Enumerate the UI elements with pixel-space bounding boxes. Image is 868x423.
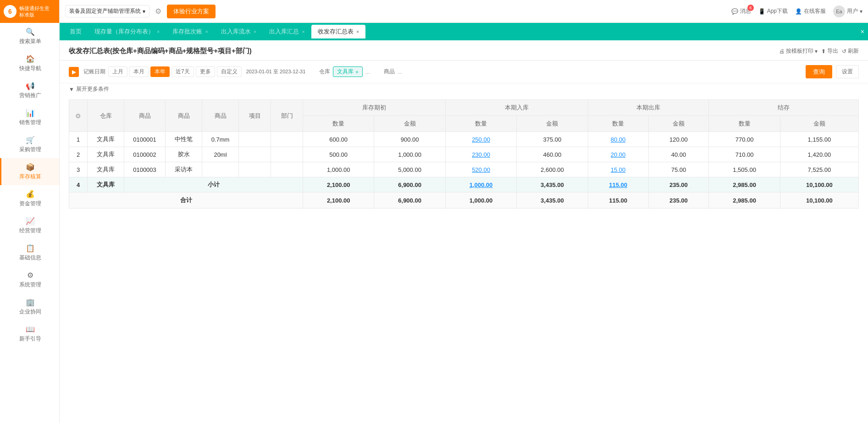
- tabbar-close-button[interactable]: ×: [861, 28, 864, 35]
- total-in-amount: 3,435.00: [517, 192, 588, 209]
- topbar: 装备及固定资产辅助管理系统 ▾ ⚙ 体验行业方案 💬 消息 6 📱 App下载 …: [60, 0, 868, 23]
- tab-batch[interactable]: 库存批次账×: [166, 25, 214, 38]
- sidebar-item-enterprise[interactable]: 🏢 企业协同: [0, 293, 59, 320]
- sidebar-item-guide[interactable]: 📖 新手引导: [0, 320, 59, 347]
- cell-opening-amount: 1,000.00: [374, 147, 445, 162]
- system-icon: ⚙: [27, 271, 33, 280]
- sidebar-item-purchase[interactable]: 🛒 采购管理: [0, 131, 59, 158]
- refresh-icon: ↺: [842, 48, 846, 55]
- tab-label: 收发存汇总表: [318, 27, 354, 36]
- th-settings[interactable]: ⚙: [69, 100, 88, 132]
- tab-close-collect-summary[interactable]: ×: [356, 29, 359, 34]
- subtotal-opening-qty: 2,100.00: [303, 177, 374, 192]
- sidebar-item-finance[interactable]: 💰 资金管理: [0, 185, 59, 212]
- experience-button[interactable]: 体验行业方案: [167, 5, 216, 18]
- date-btn-本年[interactable]: 本年: [150, 66, 170, 77]
- sidebar-item-search[interactable]: 🔍 搜索菜单: [0, 23, 59, 50]
- th-in-qty: 数量: [445, 116, 516, 132]
- tab-close-inout-summary[interactable]: ×: [302, 29, 304, 34]
- online-service-button[interactable]: 👤 在线客服: [795, 7, 826, 15]
- sidebar-item-label: 销售管理: [19, 119, 41, 126]
- tab-close-inventory-dist[interactable]: ×: [157, 29, 160, 34]
- print-button[interactable]: 🖨 按模板打印 ▾: [779, 47, 818, 55]
- page-header: 收发存汇总表(按仓库+商品编码+商品+规格型号+项目+部门) 🖨 按模板打印 ▾…: [60, 40, 868, 60]
- tab-close-inout-flow[interactable]: ×: [254, 29, 256, 34]
- filter-toggle-button[interactable]: ▶: [69, 67, 79, 77]
- tab-home[interactable]: 首页: [63, 25, 88, 38]
- sidebar-item-label: 新手引导: [19, 335, 41, 343]
- date-btn-上月[interactable]: 上月: [108, 66, 127, 77]
- cell-spec: 0.7mm: [202, 132, 239, 147]
- guide-icon: 📖: [26, 325, 35, 334]
- table-wrapper: ⚙ 仓库 商品 商品 商品 项目 部门 库存期初 本期入库 本期出库 结存: [60, 95, 868, 209]
- cell-out-qty[interactable]: 15.00: [588, 162, 648, 177]
- warehouse-tag-close[interactable]: ×: [355, 69, 358, 75]
- th-balance-amount: 金额: [780, 116, 858, 132]
- cell-opening-qty: 1,000.00: [303, 162, 374, 177]
- cell-in-qty[interactable]: 230.00: [445, 147, 516, 162]
- sidebar-item-system[interactable]: ⚙ 系统管理: [0, 266, 59, 293]
- sidebar-item-label: 快捷导航: [19, 65, 41, 72]
- query-button[interactable]: 查询: [806, 65, 832, 78]
- message-button[interactable]: 💬 消息 6: [731, 7, 751, 15]
- total-opening-amount: 6,900.00: [374, 192, 445, 209]
- sidebar-item-sales[interactable]: 📊 销售管理: [0, 104, 59, 131]
- tab-label: 库存批次账: [172, 27, 202, 36]
- system-selector[interactable]: 装备及固定资产辅助管理系统 ▾: [65, 5, 149, 17]
- expand-more-button[interactable]: ▼ 展开更多条件: [69, 83, 859, 95]
- search-icon: 🔍: [26, 27, 35, 36]
- cell-in-qty[interactable]: 520.00: [445, 162, 516, 177]
- sidebar-item-marketing[interactable]: 📢 营销推广: [0, 77, 59, 104]
- expand-icon: ▼: [69, 86, 74, 93]
- cell-spec: 20ml: [202, 147, 239, 162]
- tab-collect-summary[interactable]: 收发存汇总表×: [311, 25, 365, 38]
- th-opening-amount: 金额: [374, 116, 445, 132]
- date-buttons: 上月本月本年近7天更多自定义: [108, 66, 242, 77]
- cell-opening-qty: 500.00: [303, 147, 374, 162]
- app-download-button[interactable]: 📱 App下载: [758, 7, 788, 15]
- sidebar-item-label: 营销推广: [19, 92, 41, 99]
- tab-inout-summary[interactable]: 出入库汇总×: [263, 25, 311, 38]
- main-area: 装备及固定资产辅助管理系统 ▾ ⚙ 体验行业方案 💬 消息 6 📱 App下载 …: [60, 0, 868, 423]
- cell-name: 中性笔: [166, 132, 202, 147]
- cell-out-qty[interactable]: 20.00: [588, 147, 648, 162]
- user-menu-button[interactable]: Ea 用户 ▾: [833, 5, 862, 17]
- tab-label: 首页: [70, 27, 82, 36]
- th-opening-qty: 数量: [303, 116, 374, 132]
- sidebar-item-label: 资金管理: [19, 200, 41, 208]
- sidebar-item-operation[interactable]: 📈 经营管理: [0, 212, 59, 239]
- date-btn-更多[interactable]: 更多: [196, 66, 215, 77]
- refresh-button[interactable]: ↺ 刷新: [842, 47, 859, 55]
- filter-settings-button[interactable]: 设置: [836, 65, 859, 78]
- tab-inout-flow[interactable]: 出入库流水×: [215, 25, 263, 38]
- gear-settings-icon[interactable]: ⚙: [155, 7, 161, 16]
- sidebar-item-basic[interactable]: 📋 基础信息: [0, 239, 59, 266]
- th-goods-name: 商品: [166, 100, 202, 132]
- cell-balance-qty: 710.00: [709, 147, 780, 162]
- cell-code: 0100002: [124, 147, 166, 162]
- date-btn-近7天[interactable]: 近7天: [171, 66, 194, 77]
- sidebar-item-inventory[interactable]: 📦 库存核算: [0, 158, 59, 185]
- table-gear-icon[interactable]: ⚙: [75, 112, 81, 120]
- date-range-display: 2023-01-01 至 2023-12-31: [246, 68, 306, 75]
- cell-in-qty[interactable]: 250.00: [445, 132, 516, 147]
- date-btn-自定义[interactable]: 自定义: [217, 66, 242, 77]
- cell-dept: [271, 162, 303, 177]
- tab-inventory-dist[interactable]: 现存量（库存分布表）×: [88, 25, 166, 38]
- warehouse-tag[interactable]: 文具库 ×: [333, 66, 362, 77]
- inventory-icon: 📦: [26, 163, 35, 171]
- warehouse-more-button[interactable]: ...: [365, 69, 370, 75]
- cell-out-qty[interactable]: 80.00: [588, 132, 648, 147]
- cell-in-amount: 375.00: [517, 132, 588, 147]
- filter-area: ▶ 记账日期 上月本月本年近7天更多自定义 2023-01-01 至 2023-…: [60, 60, 868, 83]
- goods-more-button[interactable]: ...: [398, 69, 402, 75]
- message-badge: 6: [747, 5, 754, 11]
- cell-project: [239, 162, 271, 177]
- export-button[interactable]: ⬆ 导出: [821, 47, 838, 55]
- tab-close-batch[interactable]: ×: [205, 29, 208, 34]
- date-btn-本月[interactable]: 本月: [129, 66, 149, 77]
- sidebar-item-quick-nav[interactable]: 🏠 快捷导航: [0, 50, 59, 77]
- basic-icon: 📋: [26, 244, 35, 253]
- sidebar-item-label: 基础信息: [19, 254, 41, 262]
- export-icon: ⬆: [821, 48, 826, 55]
